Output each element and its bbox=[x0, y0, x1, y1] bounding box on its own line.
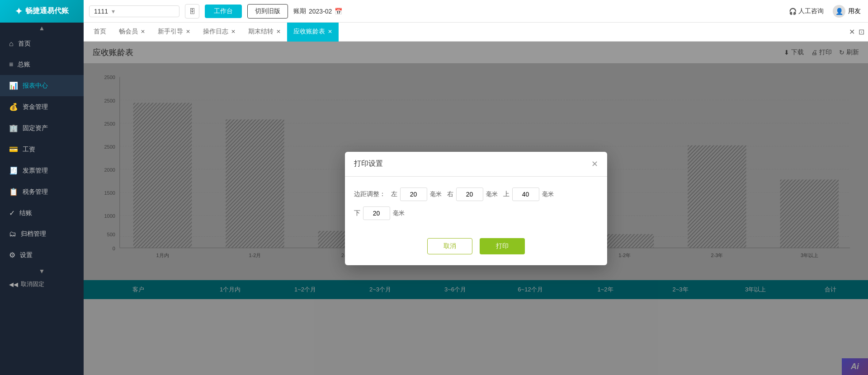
logo-area: ✦ 畅捷通易代账 bbox=[0, 0, 84, 23]
workbench-button[interactable]: 工作台 bbox=[205, 5, 242, 18]
bottom-unit: 毫米 bbox=[393, 209, 405, 217]
tab-guide-close[interactable]: ✕ bbox=[186, 28, 190, 35]
sidebar-item-label: 资金管理 bbox=[23, 103, 48, 111]
sidebar-item-label: 税务管理 bbox=[23, 188, 48, 196]
tab-bar: 首页 畅会员 ✕ 新手引导 ✕ 操作日志 ✕ 期末结转 ✕ 应收账龄表 ✕ bbox=[84, 23, 868, 42]
reports-icon: 📊 bbox=[9, 81, 18, 90]
tab-aging-close[interactable]: ✕ bbox=[328, 28, 332, 35]
tab-oplog-close[interactable]: ✕ bbox=[231, 28, 236, 35]
top-margin-group: 上 毫米 bbox=[503, 188, 554, 201]
dropdown-arrow-icon: ▾ bbox=[112, 8, 115, 15]
left-margin-input[interactable] bbox=[400, 188, 427, 201]
sidebar: ▲ ⌂ 首页 ≡ 总账 📊 报表中心 💰 资金管理 🏢 固定资产 💳 工资 🧾 … bbox=[0, 23, 84, 375]
tab-guide-label: 新手引导 bbox=[158, 28, 183, 36]
tab-aging[interactable]: 应收账龄表 ✕ bbox=[287, 23, 339, 42]
tab-home-label: 首页 bbox=[94, 28, 106, 36]
closing-icon: ✓ bbox=[9, 209, 15, 217]
modal-print-button[interactable]: 打印 bbox=[480, 238, 525, 254]
sidebar-scroll-down[interactable]: ▼ bbox=[0, 266, 84, 277]
tab-guide[interactable]: 新手引导 ✕ bbox=[151, 23, 197, 42]
consultation-label: 人工咨询 bbox=[798, 7, 824, 15]
sidebar-item-payroll[interactable]: 💳 工资 bbox=[0, 139, 84, 160]
sidebar-item-label: 固定资产 bbox=[23, 124, 48, 132]
tab-period[interactable]: 期末结转 ✕ bbox=[242, 23, 287, 42]
sidebar-item-label: 首页 bbox=[18, 40, 31, 48]
cancel-fixed-bar[interactable]: ◀◀ 取消固定 bbox=[0, 277, 84, 292]
sidebar-item-settings[interactable]: ⚙ 设置 bbox=[0, 244, 84, 266]
sidebar-item-label: 工资 bbox=[23, 145, 35, 154]
tab-actions: ✕ ⊡ bbox=[849, 28, 864, 36]
margin-row: 边距调整： 左 毫米 右 毫米 bbox=[354, 188, 598, 220]
ledger-icon: ≡ bbox=[9, 61, 13, 69]
modal-body: 边距调整： 左 毫米 右 毫米 bbox=[345, 177, 607, 231]
modal-title: 打印设置 bbox=[354, 159, 383, 169]
invoice-icon: 🧾 bbox=[9, 166, 18, 175]
sidebar-item-label: 设置 bbox=[20, 251, 33, 259]
right-margin-input[interactable] bbox=[456, 188, 483, 201]
tab-member-label: 畅会员 bbox=[119, 28, 138, 36]
home-icon: ⌂ bbox=[9, 40, 14, 48]
right-margin-group: 右 毫米 bbox=[447, 188, 498, 201]
top-margin-input[interactable] bbox=[512, 188, 539, 201]
sidebar-item-closing[interactable]: ✓ 结账 bbox=[0, 202, 84, 224]
page-content: 应收账龄表 ⬇ 下载 🖨 打印 ↻ 刷新 bbox=[84, 42, 868, 375]
user-label: 用友 bbox=[848, 7, 861, 15]
tab-home[interactable]: 首页 bbox=[87, 23, 113, 42]
right-header: 🎧 人工咨询 👤 用友 bbox=[789, 5, 861, 18]
tax-icon: 📋 bbox=[9, 188, 18, 196]
left-label: 左 bbox=[391, 190, 397, 198]
company-select[interactable]: 1111 ▾ bbox=[89, 5, 179, 17]
sidebar-item-invoice[interactable]: 🧾 发票管理 bbox=[0, 160, 84, 181]
sidebar-item-label: 结账 bbox=[19, 209, 32, 217]
archive-icon[interactable]: 🗄 bbox=[185, 4, 199, 19]
modal-close-button[interactable]: ✕ bbox=[591, 159, 598, 169]
calendar-icon[interactable]: 📅 bbox=[335, 8, 342, 15]
modal-header: 打印设置 ✕ bbox=[345, 152, 607, 177]
cancel-button[interactable]: 取消 bbox=[427, 238, 472, 254]
sidebar-item-label: 报表中心 bbox=[23, 82, 48, 90]
tab-member[interactable]: 畅会员 ✕ bbox=[113, 23, 151, 42]
modal-overlay: 打印设置 ✕ 边距调整： 左 毫米 右 bbox=[84, 42, 868, 375]
bottom-label: 下 bbox=[354, 209, 360, 217]
right-unit: 毫米 bbox=[486, 190, 498, 198]
avatar: 👤 bbox=[833, 5, 845, 18]
sidebar-item-finance[interactable]: 💰 资金管理 bbox=[0, 96, 84, 117]
bottom-margin-group: 下 毫米 bbox=[354, 206, 405, 220]
top-header: ✦ 畅捷通易代账 1111 ▾ 🗄 工作台 切到旧版 账期 2023-02 📅 … bbox=[0, 0, 868, 23]
company-name: 1111 bbox=[94, 8, 108, 15]
modal-footer: 取消 打印 bbox=[345, 231, 607, 265]
print-settings-modal: 打印设置 ✕ 边距调整： 左 毫米 右 bbox=[345, 152, 607, 265]
headset-icon: 🎧 bbox=[789, 8, 797, 15]
top-unit: 毫米 bbox=[542, 190, 554, 198]
sidebar-item-home[interactable]: ⌂ 首页 bbox=[0, 33, 84, 54]
tab-oplog-label: 操作日志 bbox=[203, 28, 228, 36]
tab-member-close[interactable]: ✕ bbox=[141, 28, 145, 35]
main-layout: ▲ ⌂ 首页 ≡ 总账 📊 报表中心 💰 资金管理 🏢 固定资产 💳 工资 🧾 … bbox=[0, 23, 868, 375]
sidebar-item-assets[interactable]: 🏢 固定资产 bbox=[0, 117, 84, 139]
payroll-icon: 💳 bbox=[9, 145, 18, 154]
finance-icon: 💰 bbox=[9, 103, 18, 111]
tab-oplog[interactable]: 操作日志 ✕ bbox=[197, 23, 242, 42]
margin-adjust-label: 边距调整： bbox=[354, 190, 386, 198]
sidebar-item-tax[interactable]: 📋 税务管理 bbox=[0, 181, 84, 202]
left-unit: 毫米 bbox=[430, 190, 442, 198]
bottom-margin-input[interactable] bbox=[363, 206, 390, 220]
sidebar-item-label: 归档管理 bbox=[21, 230, 46, 238]
tab-aging-label: 应收账龄表 bbox=[293, 28, 325, 36]
left-margin-group: 左 毫米 bbox=[391, 188, 442, 201]
period-area: 账期 2023-02 📅 bbox=[293, 7, 342, 15]
period-value: 2023-02 bbox=[309, 8, 332, 15]
consultation-area[interactable]: 🎧 人工咨询 bbox=[789, 7, 824, 15]
sidebar-scroll-up[interactable]: ▲ bbox=[0, 23, 84, 33]
switch-old-button[interactable]: 切到旧版 bbox=[247, 4, 288, 19]
sidebar-item-ledger[interactable]: ≡ 总账 bbox=[0, 54, 84, 75]
user-area[interactable]: 👤 用友 bbox=[833, 5, 861, 18]
content-area: 首页 畅会员 ✕ 新手引导 ✕ 操作日志 ✕ 期末结转 ✕ 应收账龄表 ✕ bbox=[84, 23, 868, 375]
pin-icon: ◀◀ bbox=[9, 281, 18, 288]
maximize-icon[interactable]: ⊡ bbox=[859, 28, 864, 36]
sidebar-item-reports[interactable]: 📊 报表中心 bbox=[0, 75, 84, 96]
close-window-icon[interactable]: ✕ bbox=[849, 28, 855, 36]
tab-period-close[interactable]: ✕ bbox=[276, 28, 281, 35]
top-label: 上 bbox=[503, 190, 509, 198]
sidebar-item-archive[interactable]: 🗂 归档管理 bbox=[0, 224, 84, 244]
